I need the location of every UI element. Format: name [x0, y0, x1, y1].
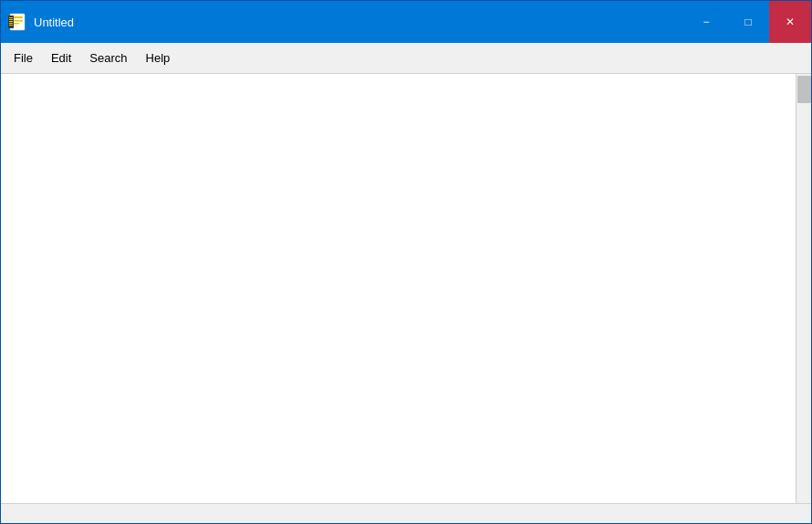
svg-rect-5 [9, 17, 13, 18]
menu-item-search[interactable]: Search [80, 47, 136, 68]
maximize-button[interactable]: □ [727, 1, 769, 43]
window: Untitled − □ ✕ File Edit Search Help [0, 0, 812, 524]
title-bar: Untitled − □ ✕ [1, 1, 811, 43]
scrollbar-thumb [797, 76, 811, 103]
menu-item-help[interactable]: Help [137, 47, 180, 68]
svg-rect-8 [9, 23, 13, 24]
menu-item-file[interactable]: File [5, 47, 42, 68]
window-title: Untitled [34, 16, 74, 29]
editor-textarea[interactable] [1, 74, 796, 503]
close-button[interactable]: ✕ [769, 1, 811, 43]
title-bar-left: Untitled [8, 13, 74, 31]
menu-item-edit[interactable]: Edit [42, 47, 80, 68]
svg-rect-7 [9, 21, 13, 22]
notepad-icon [8, 13, 26, 31]
title-bar-controls: − □ ✕ [685, 1, 811, 43]
svg-rect-9 [9, 25, 13, 26]
menu-bar: File Edit Search Help [1, 43, 811, 74]
svg-rect-6 [9, 19, 13, 20]
editor-container [1, 74, 811, 503]
vertical-scrollbar[interactable] [796, 74, 811, 503]
status-bar [1, 503, 811, 523]
minimize-button[interactable]: − [685, 1, 727, 43]
